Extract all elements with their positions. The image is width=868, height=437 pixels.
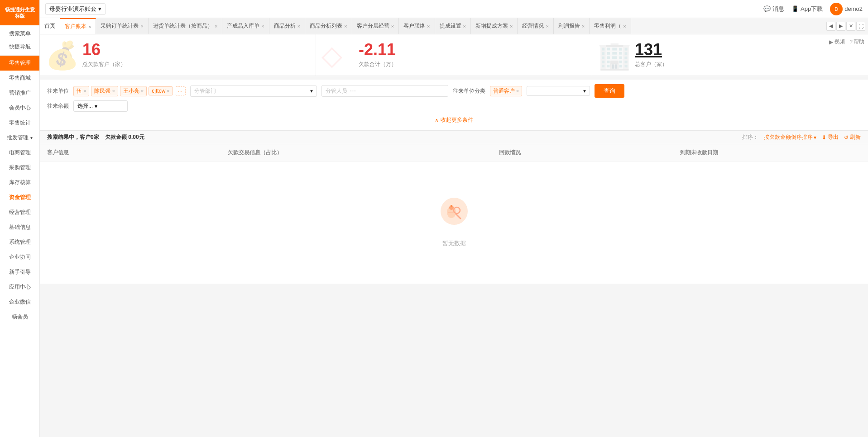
filter-tag-normal-customer[interactable]: 普通客户 ×	[490, 86, 522, 96]
filter-tag-wang[interactable]: 王小亮 ×	[120, 86, 147, 96]
export-icon: ⬇	[822, 134, 826, 141]
person-more-icon: ···	[350, 87, 356, 95]
filter-tag-wu[interactable]: 伍 ×	[73, 86, 89, 96]
tab-promotion-settings-close[interactable]: ×	[463, 24, 466, 29]
sidebar-item-wecom[interactable]: 企业微信	[0, 294, 39, 309]
account-label: 母婴行业演示账套	[49, 5, 96, 13]
person-selector[interactable]: 分管人员 ···	[321, 85, 448, 97]
tab-customer-tier-close[interactable]: ×	[391, 24, 394, 29]
tab-next-btn[interactable]: ▶	[836, 22, 845, 31]
tab-new-promotion[interactable]: 新增提成方案 ×	[471, 18, 518, 34]
tab-business-status[interactable]: 经营情况 ×	[518, 18, 553, 34]
app-download-btn[interactable]: 📱 App下载	[791, 5, 823, 13]
query-button[interactable]: 查询	[595, 84, 624, 98]
sidebar-item-purchase[interactable]: 采购管理	[0, 160, 39, 175]
sidebar-item-operation[interactable]: 经营管理	[0, 205, 39, 220]
tab-prev-btn[interactable]: ◀	[826, 22, 835, 31]
tab-customer-contact-close[interactable]: ×	[427, 24, 430, 29]
help-link[interactable]: ? 帮助	[849, 38, 864, 46]
tab-commodity-analysis[interactable]: 商品分析 ×	[269, 18, 305, 34]
sidebar-item-system[interactable]: 系统管理	[0, 235, 39, 250]
sidebar-item-member[interactable]: 会员中心	[0, 100, 39, 115]
stat-overdue-customers-number: 16	[82, 42, 305, 58]
sidebar-item-wholesale[interactable]: 批发管理 ▾	[0, 130, 39, 145]
tab-stock-stat-close[interactable]: ×	[215, 24, 217, 29]
tab-profit-report-label: 利润报告	[558, 22, 580, 30]
person-placeholder: 分管人员	[326, 87, 347, 95]
empty-text: 暂无数据	[442, 239, 466, 247]
tab-home[interactable]: 首页	[40, 18, 60, 34]
sidebar-item-quick-nav[interactable]: 快捷导航	[0, 40, 39, 53]
tab-retail-profit-close[interactable]: ×	[623, 24, 626, 29]
filter-tag-wu-remove[interactable]: ×	[83, 88, 86, 94]
tab-production[interactable]: 产成品入库单 ×	[222, 18, 269, 34]
tab-purchase-order-label: 采购订单统计表	[101, 22, 139, 30]
tab-promotion-settings[interactable]: 提成设置 ×	[435, 18, 471, 34]
balance-selector[interactable]: 选择... ▾	[73, 100, 128, 112]
tab-customer-ledger[interactable]: 客户账本 ×	[60, 18, 96, 34]
main-area: 母婴行业演示账套 ▾ 💬 消息 📱 App下载 D demo2 首页 客户账本 …	[40, 0, 868, 437]
account-dropdown-icon: ▾	[98, 5, 101, 12]
account-selector[interactable]: 母婴行业演示账套 ▾	[45, 3, 106, 15]
tab-fullscreen-btn[interactable]: ⛶	[856, 22, 865, 31]
stat-overdue-amount-label: 欠款合计（万）	[359, 61, 581, 68]
filter-tag-wang-remove[interactable]: ×	[141, 88, 144, 94]
tab-profit-report[interactable]: 利润报告 ×	[554, 18, 590, 34]
category-dropdown[interactable]: ▾	[527, 86, 590, 96]
sidebar-item-guide[interactable]: 新手引导	[0, 265, 39, 280]
collapse-filters-btn[interactable]: ∧ 收起更多条件	[47, 114, 861, 126]
tab-business-status-close[interactable]: ×	[546, 24, 548, 29]
sidebar-item-basic[interactable]: 基础信息	[0, 220, 39, 235]
sidebar-item-retail-mall[interactable]: 零售商城	[0, 71, 39, 86]
sort-selector[interactable]: 按欠款金额倒序排序 ▾	[764, 133, 816, 141]
balance-filter-label: 往来余额	[47, 102, 69, 110]
tab-stock-stat[interactable]: 进货单统计表（按商品） ×	[149, 18, 222, 34]
message-icon: 💬	[763, 5, 771, 12]
sidebar-item-finance[interactable]: 资金管理	[0, 190, 39, 205]
tab-customer-contact[interactable]: 客户联络 ×	[399, 18, 435, 34]
tab-purchase-order-close[interactable]: ×	[140, 24, 143, 29]
tab-production-close[interactable]: ×	[261, 24, 264, 29]
sidebar-item-marketing[interactable]: 营销推广	[0, 86, 39, 100]
department-selector[interactable]: 分管部门 ▾	[190, 86, 317, 97]
tab-commodity-list-close[interactable]: ×	[344, 24, 347, 29]
svg-point-2	[451, 205, 452, 207]
sidebar-item-search[interactable]: 搜索菜单	[0, 27, 39, 40]
filter-tag-normal-customer-remove[interactable]: ×	[516, 88, 519, 94]
tab-customer-ledger-close[interactable]: ×	[88, 24, 91, 29]
sort-label: 排序：	[742, 133, 758, 141]
sidebar-item-vip[interactable]: 畅会员	[0, 309, 39, 324]
sidebar-item-inventory[interactable]: 库存核算	[0, 175, 39, 190]
topbar: 母婴行业演示账套 ▾ 💬 消息 📱 App下载 D demo2	[40, 0, 868, 18]
filter-tag-chen[interactable]: 陈民强 ×	[91, 86, 118, 96]
user-avatar-btn[interactable]: D demo2	[830, 3, 863, 15]
sidebar-item-appstore[interactable]: 应用中心	[0, 280, 39, 294]
filter-row-2: 往来余额 选择... ▾	[47, 100, 861, 112]
sidebar-item-cooperation[interactable]: 企业协同	[0, 250, 39, 265]
tab-new-promotion-close[interactable]: ×	[510, 24, 513, 29]
tab-purchase-order[interactable]: 采购订单统计表 ×	[96, 18, 148, 34]
tab-close-all-btn[interactable]: ✕	[846, 22, 855, 31]
tab-retail-profit[interactable]: 零售利润（ ×	[590, 18, 631, 34]
department-placeholder: 分管部门	[194, 87, 216, 95]
export-btn[interactable]: ⬇ 导出	[822, 133, 839, 141]
topbar-right: 💬 消息 📱 App下载 D demo2	[763, 3, 863, 15]
tab-customer-tier[interactable]: 客户分层经营 ×	[352, 18, 399, 34]
sidebar-item-retail-mgmt[interactable]: 零售管理	[0, 56, 39, 71]
message-btn[interactable]: 💬 消息	[763, 5, 784, 13]
sidebar-item-ecommerce[interactable]: 电商管理	[0, 145, 39, 160]
filter-row-1: 往来单位 伍 × 陈民强 × 王小亮 × cjttcw	[47, 84, 861, 98]
tab-commodity-analysis-close[interactable]: ×	[297, 24, 300, 29]
filter-tag-chen-remove[interactable]: ×	[112, 88, 115, 94]
collapse-icon: ∧	[435, 117, 439, 124]
filter-more-btn[interactable]: ···	[175, 86, 186, 95]
table-header: 客户信息 欠款交易信息（占比） 回款情况 到期未收款日期	[40, 144, 868, 162]
tab-promotion-settings-label: 提成设置	[440, 22, 461, 30]
filter-tag-cjttcw[interactable]: cjttcw ×	[149, 86, 173, 95]
filter-tag-cjttcw-remove[interactable]: ×	[167, 88, 169, 94]
video-link[interactable]: ▶ 视频	[829, 38, 845, 46]
tab-commodity-list[interactable]: 商品分析列表 ×	[305, 18, 352, 34]
refresh-btn[interactable]: ↺ 刷新	[844, 133, 861, 141]
tab-profit-report-close[interactable]: ×	[582, 24, 585, 29]
sidebar-item-retail-stat[interactable]: 零售统计	[0, 115, 39, 130]
